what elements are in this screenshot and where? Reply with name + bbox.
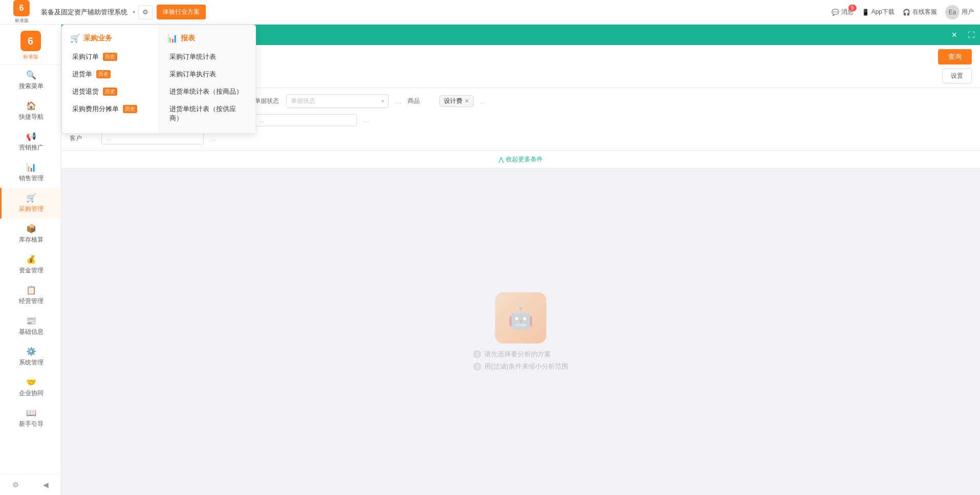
logo-icon: 6 — [13, 0, 30, 16]
sidebar-item-label-quicknav: 快捷导航 — [19, 113, 44, 121]
status-filter-dots[interactable]: … — [395, 97, 401, 105]
industry-btn[interactable]: 体验行业方案 — [157, 5, 206, 19]
sidebar-item-system[interactable]: ⚙️ 系统管理 — [0, 341, 61, 372]
sidebar-item-label-sales: 销售管理 — [19, 174, 44, 183]
sidebar-item-guide[interactable]: 📖 新手引导 — [0, 403, 61, 434]
query-btn[interactable]: 查询 — [938, 49, 972, 64]
message-icon: 💬 — [832, 9, 839, 16]
sidebar-item-finance[interactable]: 💰 资金管理 — [0, 249, 61, 280]
filter-row-3: 客户 ... … — [70, 132, 972, 144]
salesperson-filter-dots[interactable]: … — [363, 116, 370, 124]
system-title: 装备及固定资产辅助管理系统 — [41, 8, 127, 17]
goods-tag-close[interactable]: ✕ — [464, 98, 469, 104]
menu-item-purchase-order-exec[interactable]: 采购订单执行表 — [163, 66, 252, 83]
book-icon: 📖 — [26, 408, 36, 418]
app-download-btn[interactable]: 📱 App下载 — [862, 8, 894, 16]
sidebar-item-quicknav[interactable]: 🏠 快捷导航 — [0, 96, 61, 126]
goods-filter-dots[interactable]: … — [480, 97, 486, 105]
sidebar-item-inventory[interactable]: 📦 库存核算 — [0, 219, 61, 249]
purchase-col-icon: 🛒 — [70, 33, 80, 43]
customer-filter-placeholder: ... — [106, 135, 111, 142]
menu-item-purchase-expense-badge: 历史 — [123, 105, 137, 113]
sidebar-item-label-operation: 经营管理 — [19, 297, 44, 306]
menu-item-purchase-expense-label: 采购费用分摊单 — [72, 104, 119, 114]
goods-filter-label: 商品 — [408, 97, 433, 105]
customer-filter-label: 客户 — [70, 134, 95, 143]
sidebar-item-label-purchase: 采购管理 — [19, 205, 44, 213]
user-label: 用户 — [962, 8, 974, 16]
salesperson-filter-input[interactable]: ... — [254, 114, 357, 126]
sidebar-item-label-basic: 基础信息 — [19, 328, 44, 336]
sidebar-item-cooperation[interactable]: 🤝 企业协同 — [0, 372, 61, 403]
sidebar-item-sales[interactable]: 📊 销售管理 — [0, 157, 61, 188]
settings-icon-btn[interactable]: ⚙ — [138, 5, 153, 19]
empty-tip-1: 请先选择要分析的方案 — [484, 350, 551, 359]
customer-filter-dots[interactable]: … — [210, 135, 217, 142]
menu-item-stock-return-label: 进货退货 — [72, 87, 99, 96]
message-btn[interactable]: 💬 消息 9 — [832, 8, 854, 16]
report-col-title: 📊 报表 — [163, 31, 252, 48]
empty-bullet-1: 1 — [473, 350, 481, 358]
purchase-dropdown-menu: 🛒 采购业务 采购订单 历史 进货单 历史 进货退货 历史 采购费用分摊单 历史 — [61, 25, 256, 134]
sidebar-bottom: ⚙ ◀ — [0, 474, 61, 495]
sidebar-item-label-search: 搜索菜单 — [19, 82, 44, 91]
status-dropdown-arrow: ▾ — [381, 98, 384, 104]
menu-item-stock-in[interactable]: 进货单 历史 — [66, 66, 155, 83]
report-col-icon: 📊 — [167, 33, 178, 43]
settings-small-btn[interactable]: 设置 — [942, 69, 972, 83]
chart-icon: 📊 — [26, 162, 36, 172]
search-icon: 🔍 — [26, 70, 36, 80]
customer-filter-input[interactable]: ... — [101, 132, 204, 144]
app-download-label: App下载 — [871, 8, 894, 16]
sidebar-logo-label: 标准版 — [23, 53, 38, 60]
newspaper-icon: 📰 — [26, 316, 36, 326]
menu-item-purchase-order-badge: 历史 — [103, 53, 117, 61]
headset-icon: 🎧 — [903, 9, 910, 16]
box-icon: 📦 — [26, 224, 36, 233]
sidebar-item-marketing[interactable]: 📢 营销推广 — [0, 126, 61, 157]
menu-item-purchase-order-exec-label: 采购订单执行表 — [169, 70, 216, 79]
tab-maximize-btn[interactable]: ⛶ — [963, 31, 980, 39]
sidebar-item-label-inventory: 库存核算 — [19, 235, 44, 244]
menu-item-purchase-order-label: 采购订单 — [72, 52, 99, 61]
sidebar-collapse-btn[interactable]: ◀ — [39, 479, 53, 491]
sidebar-item-label-guide: 新手引导 — [19, 420, 44, 428]
online-service-btn[interactable]: 🎧 在线客服 — [903, 8, 937, 16]
collapse-btn[interactable]: ⋀ 收起更多条件 — [499, 155, 543, 164]
menu-item-purchase-order[interactable]: 采购订单 历史 — [66, 48, 155, 66]
user-menu[interactable]: Ea 用户 — [945, 5, 974, 19]
message-badge: 9 — [848, 5, 857, 11]
empty-state: 🤖 1 请先选择要分析的方案 2 用[过滤]条件来缩小分析范围 — [61, 168, 980, 495]
goods-tag-value: 设计费 — [444, 97, 462, 105]
right-action-area: 查询 设置 — [938, 49, 972, 83]
empty-text-item-1: 1 请先选择要分析的方案 — [473, 350, 568, 359]
collapse-row: ⋀ 收起更多条件 — [61, 151, 980, 168]
menu-item-purchase-expense[interactable]: 采购费用分摊单 历史 — [66, 100, 155, 118]
menu-item-stockin-stats-goods-label: 进货单统计表（按商品） — [169, 87, 243, 96]
logo-sub-text: 标准版 — [15, 17, 29, 24]
top-right: 💬 消息 9 📱 App下载 🎧 在线客服 Ea 用户 — [832, 5, 974, 19]
status-filter-input[interactable]: 单据状态 ▾ — [286, 94, 389, 108]
tab-bar-actions: ✕ ⛶ — [946, 31, 980, 39]
sidebar-item-search[interactable]: 🔍 搜索菜单 — [0, 65, 61, 96]
system-title-dropdown[interactable]: 装备及固定资产辅助管理系统 ▾ — [41, 8, 135, 17]
sidebar-item-basic[interactable]: 📰 基础信息 — [0, 311, 61, 341]
home-icon: 🏠 — [26, 101, 36, 111]
menu-item-stock-return[interactable]: 进货退货 历史 — [66, 83, 155, 100]
menu-item-purchase-order-stats-label: 采购订单统计表 — [169, 52, 216, 61]
sidebar-item-operation[interactable]: 📋 经营管理 — [0, 280, 61, 311]
tab-close-all-btn[interactable]: ✕ — [946, 31, 963, 39]
menu-item-purchase-order-stats[interactable]: 采购订单统计表 — [163, 48, 252, 66]
menu-item-stockin-stats-goods[interactable]: 进货单统计表（按商品） — [163, 83, 252, 100]
sidebar-settings-btn[interactable]: ⚙ — [8, 479, 23, 491]
menu-item-stockin-stats-supplier[interactable]: 进货单统计表（按供应商） — [163, 100, 252, 127]
status-filter-placeholder: 单据状态 — [291, 97, 315, 105]
user-avatar: Ea — [945, 5, 960, 19]
menu-item-stock-in-label: 进货单 — [72, 70, 92, 79]
empty-text-item-2: 2 用[过滤]条件来缩小分析范围 — [473, 362, 568, 371]
online-service-label: 在线客服 — [912, 8, 937, 16]
purchase-col-title: 🛒 采购业务 — [66, 31, 155, 48]
goods-filter-tag: 设计费 ✕ — [439, 95, 474, 107]
report-menu-col: 📊 报表 采购订单统计表 采购订单执行表 进货单统计表（按商品） 进货单统计表（… — [159, 25, 256, 133]
sidebar-item-purchase[interactable]: 🛒 采购管理 — [0, 188, 61, 219]
